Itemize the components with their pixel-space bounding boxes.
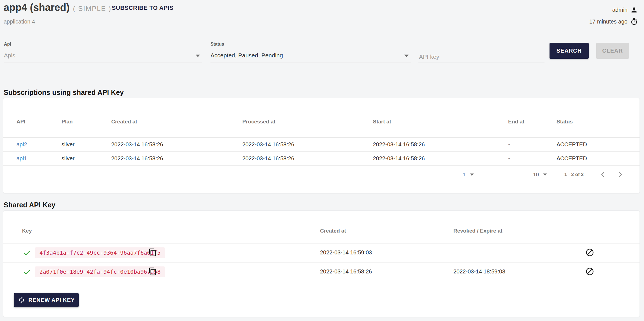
renew-api-key-label: RENEW API KEY [29, 297, 75, 303]
table-row: api2 silver 2022-03-14 16:58:26 2022-03-… [3, 138, 640, 152]
start-at-cell: 2022-03-14 16:58:26 [373, 152, 508, 166]
ban-icon[interactable] [585, 267, 594, 277]
created-at-cell: 2022-03-14 16:58:26 [111, 152, 242, 166]
page-value: 1 [463, 172, 466, 178]
page-title: app4 (shared)( SIMPLE ) [4, 2, 111, 13]
last-connection-row: 17 minutes ago [589, 18, 638, 25]
check-icon [23, 249, 31, 258]
check-icon [23, 268, 31, 277]
pagination: 1 10 1 - 2 of 2 [463, 170, 624, 179]
col-start-at: Start at [373, 98, 508, 138]
chevron-left-icon[interactable] [599, 171, 607, 178]
page-size-value: 10 [533, 172, 539, 178]
key-created-at: 2022-03-14 16:59:03 [320, 249, 372, 256]
plan-cell: silver [61, 138, 111, 152]
shared-api-key-card: Key Created at Revoked / Expire at 4f3a4… [3, 210, 640, 317]
subscriptions-header-row: API Plan Created at Processed at Start a… [3, 98, 640, 138]
col-status: Status [557, 98, 640, 138]
owner-name: admin [612, 7, 628, 13]
application-type-badge: ( SIMPLE ) [73, 5, 111, 12]
api-key-value: 2a071f0e-18e9-42fa-94fc-0e10ba967a58 [35, 266, 165, 277]
plan-cell: silver [61, 152, 111, 166]
status-filter-select[interactable]: Status Accepted, Paused, Pending [210, 39, 411, 62]
col-end-at: End at [508, 98, 557, 138]
table-row: api1 silver 2022-03-14 16:58:26 2022-03-… [3, 152, 640, 166]
subscriptions-card: API Plan Created at Processed at Start a… [3, 98, 640, 193]
status-cell: ACCEPTED [557, 138, 640, 152]
caret-down-icon[interactable] [196, 55, 200, 57]
subscriptions-section-title: Subscriptions using shared API Key [4, 88, 124, 97]
refresh-icon [18, 296, 25, 304]
clear-button[interactable]: CLEAR [596, 43, 629, 59]
search-button[interactable]: SEARCH [550, 43, 589, 59]
key-revoked-at: 2022-03-14 18:59:03 [453, 268, 505, 275]
chevron-right-icon[interactable] [617, 171, 624, 178]
processed-at-cell: 2022-03-14 16:58:26 [242, 152, 373, 166]
shared-api-key-section-title: Shared API Key [4, 201, 55, 209]
api-link[interactable]: api2 [16, 141, 27, 147]
status-cell: ACCEPTED [557, 152, 640, 166]
end-at-cell: - [508, 152, 557, 166]
api-filter-value: Apis [4, 52, 194, 59]
api-key-field [418, 39, 544, 62]
stopwatch-icon [630, 18, 638, 25]
created-at-cell: 2022-03-14 16:58:26 [111, 138, 242, 152]
owner-row: admin [612, 6, 638, 14]
last-connection-text: 17 minutes ago [589, 18, 628, 25]
api-link[interactable]: api1 [16, 155, 27, 161]
renew-api-key-button[interactable]: RENEW API KEY [14, 293, 79, 307]
col-revoked-expire-at: Revoked / Expire at [453, 228, 502, 234]
application-name: app4 (shared) [4, 2, 70, 13]
api-key-row: 4f3a4b1a-f7c2-49cc-9364-96aa7f6a61f5 202… [3, 243, 640, 263]
application-description: application 4 [4, 18, 35, 25]
col-api: API [3, 98, 61, 138]
col-key-created-at: Created at [320, 228, 346, 234]
subscriptions-table: API Plan Created at Processed at Start a… [3, 98, 640, 166]
col-processed-at: Processed at [242, 98, 373, 138]
copy-icon[interactable] [148, 248, 157, 258]
col-key: Key [22, 228, 32, 234]
api-key-row: 2a071f0e-18e9-42fa-94fc-0e10ba967a58 202… [3, 263, 640, 281]
end-at-cell: - [508, 138, 557, 152]
col-plan: Plan [61, 98, 111, 138]
processed-at-cell: 2022-03-14 16:58:26 [242, 138, 373, 152]
status-filter-label: Status [210, 42, 224, 47]
col-created-at: Created at [111, 98, 242, 138]
copy-icon[interactable] [148, 267, 157, 277]
api-filter-select[interactable]: Api Apis [4, 39, 202, 62]
key-created-at: 2022-03-14 16:58:26 [320, 268, 372, 275]
subscribe-to-apis-button[interactable]: SUBSCRIBE TO APIS [112, 4, 174, 11]
ban-icon[interactable] [585, 248, 594, 258]
page-selector[interactable]: 1 [463, 172, 474, 178]
person-icon [630, 6, 638, 14]
pagination-range-label: 1 - 2 of 2 [564, 172, 584, 177]
api-key-input[interactable] [418, 53, 546, 60]
api-key-value: 4f3a4b1a-f7c2-49cc-9364-96aa7f6a61f5 [35, 247, 165, 258]
caret-down-icon [543, 174, 547, 176]
api-filter-label: Api [4, 42, 11, 47]
page-size-selector[interactable]: 10 [533, 172, 547, 178]
header-user-info: admin 17 minutes ago [589, 6, 638, 25]
status-filter-value: Accepted, Paused, Pending [210, 52, 402, 59]
caret-down-icon[interactable] [404, 55, 409, 57]
caret-down-icon [470, 174, 474, 176]
shared-key-header-row: Key Created at Revoked / Expire at [3, 211, 640, 243]
start-at-cell: 2022-03-14 16:58:26 [373, 138, 508, 152]
